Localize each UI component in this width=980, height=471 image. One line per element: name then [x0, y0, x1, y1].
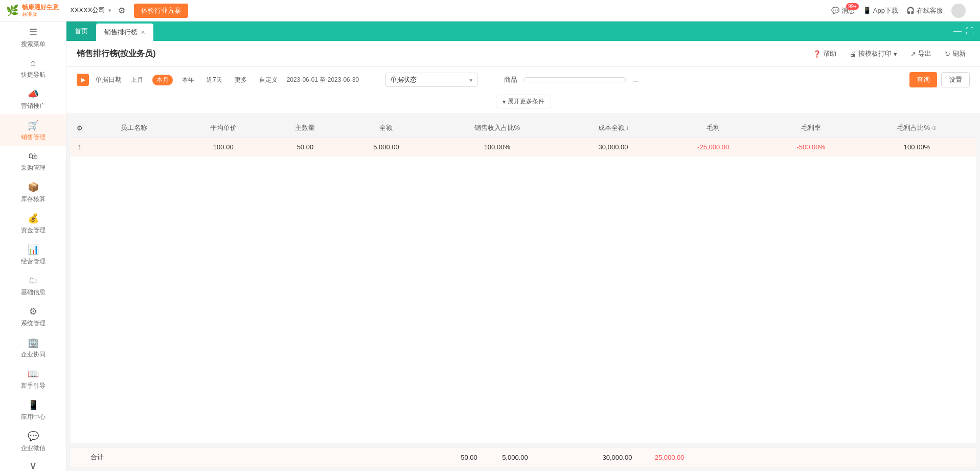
avatar[interactable]: [951, 4, 966, 18]
sidebar-label-sales: 销售管理: [21, 133, 45, 142]
sidebar-item-inventory[interactable]: 📦 库存核算: [0, 176, 66, 208]
company-chevron-icon[interactable]: ▾: [108, 7, 111, 14]
sidebar-label-enterprise: 企业协同: [21, 350, 45, 359]
home-tab-label: 首页: [75, 27, 88, 36]
trial-button[interactable]: 体验行业方案: [134, 4, 188, 18]
more-filters-icon[interactable]: …: [632, 76, 638, 83]
wechat-icon: 💬: [28, 431, 39, 442]
date-this-year[interactable]: 本年: [179, 75, 197, 85]
col-gear-icon[interactable]: ⚙: [77, 124, 83, 132]
sales-icon: 🛒: [28, 120, 39, 131]
sidebar-label-app-center: 应用中心: [21, 413, 45, 421]
tab-home[interactable]: 首页: [66, 21, 96, 41]
main-layout: ☰ 搜索菜单 ⌂ 快捷导航 📣 营销推广 🛒 销售管理 🛍 采购管理 📦 库存核…: [0, 21, 980, 471]
filter-bar: ▶ 单据日期 上月 本月 本年 近7天 更多 自定义 2023-06-01 至 …: [66, 67, 980, 114]
service-icon: 🎧: [906, 7, 915, 14]
col-gross: 毛利: [663, 118, 764, 138]
footer-label: 合计: [77, 453, 118, 462]
sidebar-item-basic[interactable]: 🗂 基础信息: [0, 270, 66, 301]
print-chevron-icon: ▾: [894, 50, 897, 58]
cell-amount: 5,000.00: [343, 138, 430, 156]
online-service-btn[interactable]: 🎧 在线客服: [906, 6, 943, 15]
sales-rank-tab-label: 销售排行榜: [104, 28, 138, 37]
enterprise-icon: 🏢: [28, 337, 39, 348]
sidebar-item-sales[interactable]: 🛒 销售管理: [0, 115, 66, 146]
col-settings[interactable]: ⚙: [71, 118, 89, 138]
sidebar-item-search[interactable]: ☰ 搜索菜单: [0, 21, 66, 53]
gross-pct-info-icon: ⊕: [932, 125, 937, 131]
cell-rank: 1: [71, 138, 89, 156]
export-button[interactable]: ↗ 导出: [906, 47, 936, 60]
table-header: ⚙ 员工名称 平均单价 主数量 全额 销售收入占比% 成本全额 ℹ 毛利 毛利率…: [71, 118, 976, 138]
refresh-icon: ↻: [945, 50, 950, 58]
sidebar-label-inventory: 库存核算: [21, 195, 45, 204]
sidebar-item-shortcut[interactable]: ⌂ 快捷导航: [0, 53, 66, 83]
date-custom[interactable]: 自定义: [256, 75, 281, 85]
sidebar-item-finance[interactable]: 💰 资金管理: [0, 208, 66, 239]
page-content: 销售排行榜(按业务员) ❓ 帮助 🖨 按模板打印 ▾ ↗ 导出: [66, 41, 980, 471]
sidebar-item-guide[interactable]: 📖 新手引导: [0, 363, 66, 394]
inventory-icon: 📦: [28, 182, 39, 193]
expand-button[interactable]: ▾ 展开更多条件: [496, 95, 551, 108]
sidebar-item-member[interactable]: V 畅会员: [0, 457, 66, 471]
col-avg-price: 平均单价: [178, 118, 268, 138]
finance-icon: 💰: [28, 213, 39, 224]
company-selector[interactable]: 🌿 畅康通好生意 标准版 XXXXX公司 ▾: [6, 4, 111, 17]
sidebar-item-app-center[interactable]: 📱 应用中心: [0, 394, 66, 425]
sidebar-item-wechat[interactable]: 💬 企业微信: [0, 425, 66, 457]
status-select[interactable]: 单据状态 ▾: [385, 73, 477, 87]
top-bar: 🌿 畅康通好生意 标准版 XXXXX公司 ▾ ⚙ 体验行业方案 💬 消息 99+…: [0, 0, 980, 21]
query-button[interactable]: 查询: [909, 72, 937, 87]
col-cost: 成本全额 ℹ: [564, 118, 663, 138]
sidebar-label-finance: 资金管理: [21, 226, 45, 235]
cell-name: [89, 138, 178, 156]
app-name: 畅康通好生意: [22, 4, 59, 11]
tab-minimize-icon[interactable]: —: [953, 27, 962, 36]
date-last-month[interactable]: 上月: [128, 75, 146, 85]
date-7days[interactable]: 近7天: [203, 75, 225, 85]
page-header-actions: ❓ 帮助 🖨 按模板打印 ▾ ↗ 导出 ↻ 刷新: [809, 47, 970, 60]
print-button[interactable]: 🖨 按模板打印 ▾: [846, 47, 901, 60]
sidebar-label-guide: 新手引导: [21, 382, 45, 390]
help-button[interactable]: ❓ 帮助: [809, 47, 840, 60]
col-qty: 主数量: [268, 118, 342, 138]
purchase-icon: 🛍: [29, 151, 38, 162]
query-actions: 查询 设置: [904, 72, 970, 87]
cell-avg-price: 100.00: [178, 138, 268, 156]
date-this-month[interactable]: 本月: [152, 75, 173, 85]
settings-button[interactable]: 设置: [941, 72, 970, 87]
basic-icon: 🗂: [29, 275, 38, 286]
col-gross-rate: 毛利率: [764, 118, 858, 138]
sidebar-item-operations[interactable]: 📊 经营管理: [0, 239, 66, 270]
date-more[interactable]: 更多: [232, 75, 250, 85]
tab-maximize-icon[interactable]: ⛶: [966, 27, 974, 36]
nav-tabs: 首页 销售排行榜 ✕ — ⛶: [66, 21, 980, 41]
sidebar-item-enterprise[interactable]: 🏢 企业协同: [0, 332, 66, 363]
goods-input[interactable]: [523, 77, 626, 82]
table-row: 1 100.00 50.00 5,000.00 100.00% 30,000.0…: [71, 138, 976, 156]
expand-row: ▾ 展开更多条件: [77, 91, 970, 108]
cell-gross: -25,000.00: [663, 138, 764, 156]
content-area: 首页 销售排行榜 ✕ — ⛶ 销售排行榜(按业务员) ❓ 帮助: [66, 21, 980, 471]
company-name: XXXXX公司: [70, 6, 105, 15]
status-label: 单据状态: [390, 75, 417, 84]
tab-sales-rank[interactable]: 销售排行榜 ✕: [96, 24, 153, 41]
message-icon: 💬: [831, 7, 839, 14]
settings-icon[interactable]: ⚙: [115, 4, 129, 18]
messages-btn[interactable]: 💬 消息 99+: [831, 6, 855, 15]
cell-gross-rate: -500.00%: [764, 138, 858, 156]
sidebar-item-system[interactable]: ⚙ 系统管理: [0, 301, 66, 332]
sidebar-item-marketing[interactable]: 📣 营销推广: [0, 83, 66, 115]
sidebar-label-shortcut: 快捷导航: [21, 71, 45, 79]
tab-close-icon[interactable]: ✕: [141, 29, 145, 36]
sidebar-item-purchase[interactable]: 🛍 采购管理: [0, 146, 66, 176]
table-wrapper: ⚙ 员工名称 平均单价 主数量 全额 销售收入占比% 成本全额 ℹ 毛利 毛利率…: [71, 118, 976, 443]
table-footer: 合计 50.00 5,000.00 30,000.00 -25,000.00: [71, 447, 976, 467]
sidebar-label-system: 系统管理: [21, 319, 45, 328]
refresh-button[interactable]: ↻ 刷新: [941, 47, 970, 60]
filter-toggle-icon[interactable]: ▶: [77, 74, 89, 86]
app-center-icon: 📱: [28, 399, 39, 411]
col-amount: 全额: [343, 118, 430, 138]
app-download-btn[interactable]: 📱 App下载: [863, 6, 898, 15]
operations-icon: 📊: [28, 244, 39, 255]
